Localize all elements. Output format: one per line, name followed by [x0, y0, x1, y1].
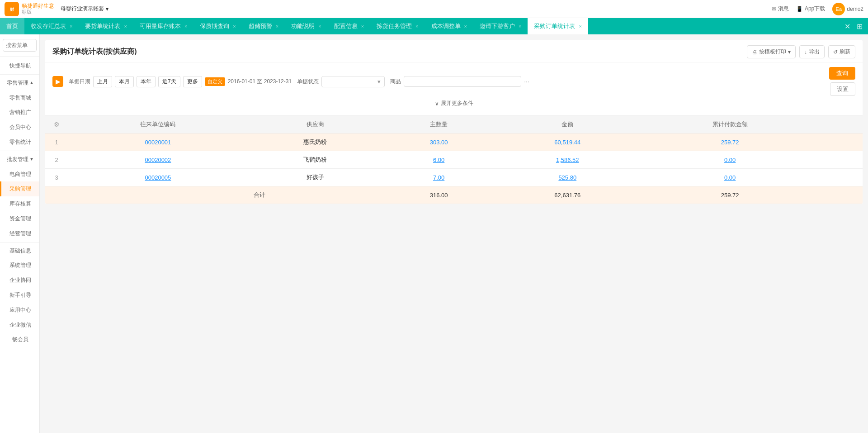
- tab-invite[interactable]: 邀请下游客户 ×: [473, 18, 528, 34]
- settings-btn[interactable]: 设置: [830, 82, 855, 96]
- table-container: ⚙ 往来单位编码 供应商 主数量 金额 累计付款金额: [45, 116, 863, 204]
- col-supplier: 供应商: [248, 116, 382, 133]
- row-amount-1[interactable]: 60,519.44: [495, 133, 640, 151]
- row-code-2[interactable]: 00020002: [68, 151, 248, 169]
- filter-toggle-btn[interactable]: ▶: [52, 76, 63, 87]
- sidebar-item-ecommerce[interactable]: 电商管理: [0, 167, 39, 182]
- nav-tabs: 首页 收发存汇总表 × 要货单统计表 × 可用量库存账本 × 保质期查询 × 超…: [0, 18, 868, 34]
- expand-more-btn[interactable]: ∨ 展开更多条件: [52, 96, 855, 111]
- nav-menu-btn[interactable]: ⊞: [855, 21, 864, 32]
- sidebar-item-wholesale[interactable]: 批发管理 ▼: [0, 152, 39, 167]
- row-qty-1[interactable]: 303.00: [382, 133, 495, 151]
- close-tab-order[interactable]: ×: [124, 24, 127, 29]
- date-btn-last-month[interactable]: 上月: [93, 76, 112, 87]
- tab-function[interactable]: 功能说明 ×: [285, 18, 327, 34]
- row-qty-3[interactable]: 7.00: [382, 169, 495, 186]
- user-menu[interactable]: Ea demo2: [832, 3, 863, 15]
- row-code-1[interactable]: 00020001: [68, 133, 248, 151]
- sidebar-item-retail-shop[interactable]: 零售商城: [0, 90, 39, 105]
- close-tab-config[interactable]: ×: [361, 24, 364, 29]
- col-amount: 金额: [495, 116, 640, 133]
- close-tab-collect[interactable]: ×: [70, 24, 72, 29]
- date-btn-this-year[interactable]: 本年: [137, 76, 156, 87]
- row-amount-3[interactable]: 525.80: [495, 169, 640, 186]
- sidebar-item-system[interactable]: 系统管理: [0, 258, 39, 273]
- row-paid-1[interactable]: 259.72: [640, 133, 820, 151]
- logo-text: 畅捷通好生意 标版: [22, 3, 54, 15]
- tab-order-summary[interactable]: 要货单统计表 ×: [79, 18, 133, 34]
- date-btn-this-month[interactable]: 本月: [115, 76, 134, 87]
- sidebar-item-biz-mgmt[interactable]: 经营管理: [0, 226, 39, 241]
- sidebar-item-member[interactable]: 畅会员: [0, 332, 39, 347]
- download-icon: 📱: [796, 6, 803, 12]
- close-tab-expiry[interactable]: ×: [233, 24, 236, 29]
- app-logo-icon: 财: [5, 2, 19, 16]
- status-select[interactable]: ▾: [321, 76, 385, 87]
- filter-row-1: ▶ 单据日期 上月 本月 本年 近7天 更多 自定义 2016-01-01 至 …: [52, 67, 855, 96]
- main-card: 采购订单统计表(按供应商) 🖨 按模板打印 ▾ ↓ 导出 ↺: [45, 40, 863, 204]
- app-download-btn[interactable]: 📱 App下载: [796, 5, 825, 13]
- close-tab-pick[interactable]: ×: [415, 24, 418, 29]
- sidebar-item-inventory[interactable]: 库存核算: [0, 196, 39, 211]
- tab-overstock[interactable]: 超储预警 ×: [242, 18, 285, 34]
- table-row: 3 00020005 好孩子 7.00 525.80 0.00: [45, 169, 863, 186]
- sidebar: 快捷导航 零售管理 ▲ 零售商城 营销推广 会员中心 零售统计 批发管理 ▼ 电…: [0, 34, 40, 433]
- sidebar-item-purchase-mgmt[interactable]: 采购管理: [0, 181, 39, 196]
- tab-home[interactable]: 首页: [0, 18, 24, 34]
- date-range: 2016-01-01 至 2023-12-31: [228, 78, 292, 86]
- col-paid: 累计付款金额: [640, 116, 820, 133]
- message-icon: ✉: [772, 6, 776, 12]
- close-all-tabs-btn[interactable]: ✕: [843, 21, 852, 32]
- sidebar-item-new-guide[interactable]: 新手引导: [0, 288, 39, 303]
- search-input[interactable]: [3, 39, 37, 52]
- tab-config[interactable]: 配置信息 ×: [328, 18, 370, 34]
- search-actions: 查询 设置: [829, 67, 855, 96]
- close-tab-stock[interactable]: ×: [184, 24, 187, 29]
- tab-collect-summary[interactable]: 收发存汇总表 ×: [24, 18, 79, 34]
- sidebar-item-member-center[interactable]: 会员中心: [0, 120, 39, 135]
- table-row: 2 00020002 飞鹤奶粉 6.00 1,586.52 0.00: [45, 151, 863, 169]
- tab-pick-task[interactable]: 拣货任务管理 ×: [370, 18, 425, 34]
- main-layout: 快捷导航 零售管理 ▲ 零售商城 营销推广 会员中心 零售统计 批发管理 ▼ 电…: [0, 34, 868, 433]
- col-code: 往来单位编码: [68, 116, 248, 133]
- message-btn[interactable]: ✉ 消息: [772, 5, 789, 13]
- print-icon: 🖨: [752, 49, 757, 55]
- tab-stock-account[interactable]: 可用量库存账本 ×: [133, 18, 193, 34]
- column-settings-icon[interactable]: ⚙: [54, 121, 60, 128]
- close-tab-cost[interactable]: ×: [464, 24, 467, 29]
- template-print-btn[interactable]: 🖨 按模板打印 ▾: [747, 45, 796, 58]
- close-tab-purchase[interactable]: ×: [579, 24, 581, 29]
- tab-expiry-query[interactable]: 保质期查询 ×: [193, 18, 242, 34]
- footer-extra: [820, 186, 863, 204]
- sidebar-item-enterprise-wechat[interactable]: 企业微信: [0, 318, 39, 333]
- close-tab-invite[interactable]: ×: [519, 24, 521, 29]
- date-btn-more[interactable]: 更多: [183, 76, 202, 87]
- sidebar-item-finance[interactable]: 资金管理: [0, 211, 39, 226]
- sidebar-item-marketing[interactable]: 营销推广: [0, 105, 39, 120]
- row-code-3[interactable]: 00020005: [68, 169, 248, 186]
- sidebar-item-enterprise-collab[interactable]: 企业协同: [0, 273, 39, 288]
- workspace-selector[interactable]: 母婴行业演示账套 ▾: [57, 5, 112, 13]
- goods-search-more-icon[interactable]: ···: [524, 78, 529, 85]
- sidebar-item-basic-info[interactable]: 基础信息: [0, 243, 39, 258]
- refresh-btn[interactable]: ↺ 刷新: [828, 45, 855, 58]
- goods-input[interactable]: [404, 76, 521, 87]
- sidebar-item-retail-stats[interactable]: 零售统计: [0, 135, 39, 150]
- sidebar-item-app-center[interactable]: 应用中心: [0, 303, 39, 318]
- close-tab-function[interactable]: ×: [318, 24, 321, 29]
- chevron-down-icon-expand: ∨: [435, 100, 439, 107]
- row-paid-2[interactable]: 0.00: [640, 151, 820, 169]
- sidebar-item-retail-mgmt[interactable]: 零售管理 ▲: [0, 76, 39, 90]
- row-index-3: 3: [45, 169, 68, 186]
- search-btn[interactable]: 查询: [829, 67, 855, 80]
- date-btn-7days[interactable]: 近7天: [158, 76, 180, 87]
- close-tab-overstock[interactable]: ×: [276, 24, 278, 29]
- row-paid-3[interactable]: 0.00: [640, 169, 820, 186]
- top-bar: 财 畅捷通好生意 标版 母婴行业演示账套 ▾ ✉ 消息 📱 App下载 Ea d…: [0, 0, 868, 18]
- row-amount-2[interactable]: 1,586.52: [495, 151, 640, 169]
- row-qty-2[interactable]: 6.00: [382, 151, 495, 169]
- export-btn[interactable]: ↓ 导出: [799, 45, 825, 58]
- sidebar-item-quick-nav[interactable]: 快捷导航: [0, 58, 39, 73]
- tab-cost-adjust[interactable]: 成本调整单 ×: [425, 18, 473, 34]
- tab-purchase-summary[interactable]: 采购订单统计表 ×: [528, 18, 588, 34]
